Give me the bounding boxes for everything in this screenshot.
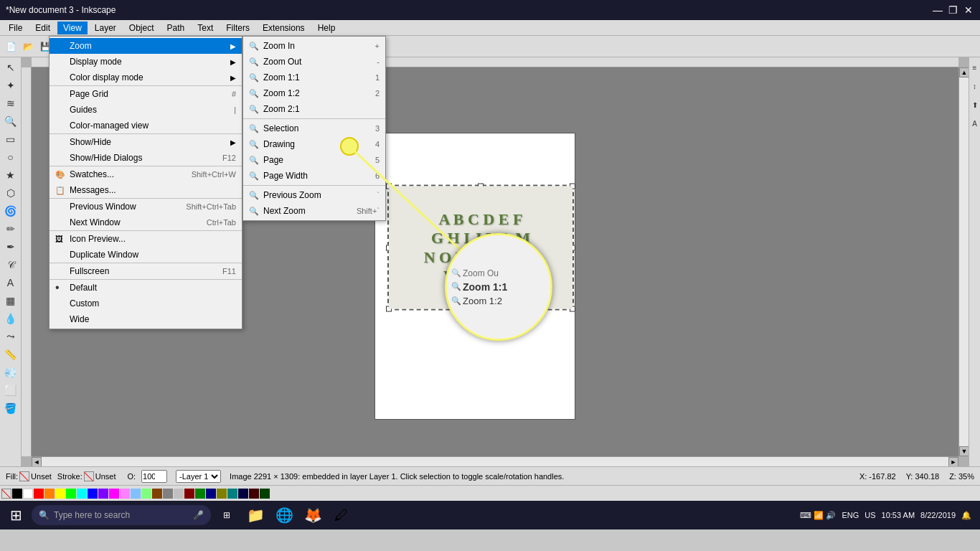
scroll-down-button[interactable]: ▼ xyxy=(959,446,969,456)
scroll-right-button[interactable]: ► xyxy=(948,457,958,466)
connector-tool[interactable]: ⤳ xyxy=(2,328,19,345)
search-bar[interactable]: 🔍 Type here to search 🎤 xyxy=(32,505,211,525)
scroll-left-button[interactable]: ◄ xyxy=(32,457,42,466)
menu-color-display-mode[interactable]: Color display mode ▶ xyxy=(50,70,242,85)
spiral-tool[interactable]: 🌀 xyxy=(2,202,19,220)
menu-guides[interactable]: Guides | xyxy=(50,102,242,118)
color-red[interactable] xyxy=(34,489,44,499)
menu-zoom[interactable]: Zoom ▶ xyxy=(50,38,242,54)
calligraphy-tool[interactable]: 𝒞 xyxy=(2,256,19,273)
gradient-tool[interactable]: ▦ xyxy=(2,292,19,309)
color-lightblue[interactable] xyxy=(131,489,141,499)
color-darkblue[interactable] xyxy=(206,489,216,499)
scroll-up-button[interactable]: ▲ xyxy=(959,67,969,77)
maximize-button[interactable]: ❐ xyxy=(948,5,958,15)
menu-next-window[interactable]: Next Window Ctrl+Tab xyxy=(50,215,242,230)
minimize-button[interactable]: — xyxy=(933,5,943,15)
zoom-drawing-item[interactable]: 🔍 Drawing 4 xyxy=(243,136,385,152)
paint-bucket-tool[interactable]: 🪣 xyxy=(2,400,19,417)
text-tool[interactable]: A xyxy=(2,274,19,291)
color-cyan[interactable] xyxy=(77,489,87,499)
select-tool[interactable]: ↖ xyxy=(2,59,19,76)
color-lightgray[interactable] xyxy=(174,489,184,499)
color-none[interactable] xyxy=(1,489,11,499)
taskbar-inkscape[interactable]: 🖊 xyxy=(329,502,354,528)
tweak-tool[interactable]: ≋ xyxy=(2,95,19,112)
menu-previous-window[interactable]: Previous Window Shift+Ctrl+Tab xyxy=(50,199,242,215)
menu-wide[interactable]: Wide xyxy=(50,311,242,327)
menu-filters[interactable]: Filters xyxy=(220,22,255,34)
color-purple[interactable] xyxy=(98,489,108,499)
menu-object[interactable]: Object xyxy=(123,22,160,34)
menu-icon-preview[interactable]: 🖼 Icon Preview... xyxy=(50,231,242,247)
menu-show-hide-dialogs[interactable]: Show/Hide Dialogs F12 xyxy=(50,150,242,166)
color-white[interactable] xyxy=(23,489,33,499)
menu-view[interactable]: View xyxy=(57,22,88,34)
stroke-swatch[interactable] xyxy=(84,471,94,481)
star-tool[interactable]: ★ xyxy=(2,166,19,184)
dropper-tool[interactable]: 💧 xyxy=(2,310,19,327)
color-maroon[interactable] xyxy=(249,489,259,499)
menu-layer[interactable]: Layer xyxy=(89,22,122,34)
taskbar-firefox[interactable]: 🦊 xyxy=(300,502,326,528)
menu-edit[interactable]: Edit xyxy=(29,22,56,34)
3d-box-tool[interactable]: ⬡ xyxy=(2,184,19,202)
taskbar-chrome[interactable]: 🌐 xyxy=(271,502,297,528)
taskbar-task-view[interactable]: ⊞ xyxy=(214,502,240,528)
color-olive[interactable] xyxy=(217,489,227,499)
menu-custom[interactable]: Custom xyxy=(50,296,242,311)
zoom-pagewidth-item[interactable]: 🔍 Page Width 6 xyxy=(243,168,385,184)
color-forest[interactable] xyxy=(260,489,270,499)
color-brown[interactable] xyxy=(152,489,162,499)
zoom-in-item[interactable]: 🔍 Zoom In + xyxy=(243,38,385,54)
zoom-page-item[interactable]: 🔍 Page 5 xyxy=(243,152,385,168)
rect-tool[interactable]: ▭ xyxy=(2,131,19,148)
zoom-next-item[interactable]: 🔍 Next Zoom Shift+` xyxy=(243,203,385,219)
color-teal[interactable] xyxy=(227,489,237,499)
color-magenta[interactable] xyxy=(109,489,119,499)
menu-messages[interactable]: 📋 Messages... xyxy=(50,182,242,198)
start-button[interactable]: ⊞ xyxy=(3,502,29,528)
circle-tool[interactable]: ○ xyxy=(2,149,19,166)
node-tool[interactable]: ✦ xyxy=(2,77,19,94)
color-yellow[interactable] xyxy=(55,489,65,499)
color-gray[interactable] xyxy=(163,489,173,499)
spray-tool[interactable]: 💨 xyxy=(2,364,19,381)
scrollbar-track[interactable] xyxy=(959,77,969,446)
taskbar-files[interactable]: 📁 xyxy=(242,502,268,528)
fill-swatch[interactable] xyxy=(19,471,29,481)
zoom-tool[interactable]: 🔍 xyxy=(2,113,19,130)
menu-default[interactable]: • Default xyxy=(50,280,242,296)
color-pink[interactable] xyxy=(120,489,130,499)
color-darkgreen[interactable] xyxy=(195,489,205,499)
opacity-input[interactable] xyxy=(141,470,167,483)
color-black[interactable] xyxy=(12,489,22,499)
menu-fullscreen[interactable]: Fullscreen F11 xyxy=(50,263,242,279)
measure-tool[interactable]: 📏 xyxy=(2,346,19,363)
layer-select[interactable]: -Layer 1 xyxy=(176,470,221,483)
menu-help[interactable]: Help xyxy=(312,22,341,34)
eraser-tool[interactable]: ⬜ xyxy=(2,382,19,399)
menu-color-managed[interactable]: Color-managed view xyxy=(50,118,242,133)
notification-icon[interactable]: 🔔 xyxy=(961,511,971,520)
zoom-1-2-item[interactable]: 🔍 Zoom 1:2 2 xyxy=(243,85,385,101)
menu-file[interactable]: File xyxy=(3,22,28,34)
horizontal-scrollbar-track[interactable] xyxy=(42,457,948,466)
menu-path[interactable]: Path xyxy=(161,22,191,34)
pen-tool[interactable]: ✒ xyxy=(2,238,19,255)
menu-duplicate-window[interactable]: Duplicate Window xyxy=(50,247,242,263)
color-lime[interactable] xyxy=(141,489,151,499)
menu-text[interactable]: Text xyxy=(192,22,219,34)
close-button[interactable]: ✕ xyxy=(964,5,974,15)
menu-extensions[interactable]: Extensions xyxy=(257,22,311,34)
new-button[interactable]: 📄 xyxy=(3,39,19,55)
color-green[interactable] xyxy=(66,489,76,499)
zoom-1-1-item[interactable]: 🔍 Zoom 1:1 1 xyxy=(243,70,385,85)
color-darkred[interactable] xyxy=(184,489,194,499)
zoom-2-1-item[interactable]: 🔍 Zoom 2:1 xyxy=(243,101,385,117)
color-navy[interactable] xyxy=(238,489,248,499)
menu-show-hide[interactable]: Show/Hide ▶ xyxy=(50,134,242,150)
open-button[interactable]: 📂 xyxy=(20,39,36,55)
pencil-tool[interactable]: ✏ xyxy=(2,220,19,237)
zoom-out-item[interactable]: 🔍 Zoom Out - xyxy=(243,54,385,70)
